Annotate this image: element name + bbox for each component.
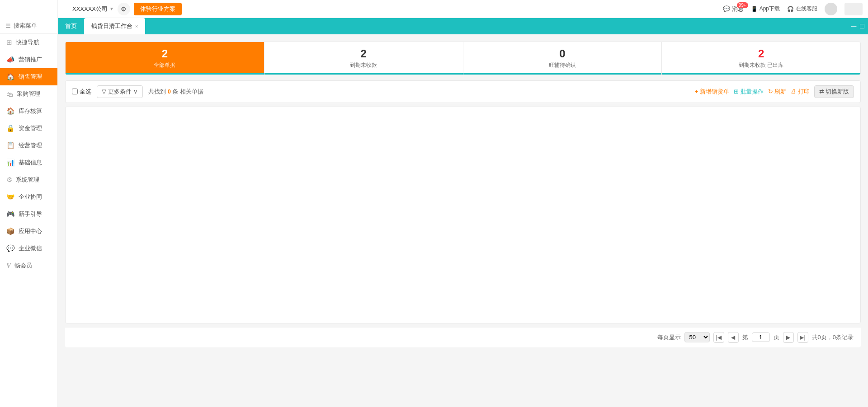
settings-icon[interactable]: ⚙	[118, 3, 130, 15]
page-size-label: 每页显示	[657, 333, 681, 342]
guide-icon: 🎮	[6, 210, 15, 218]
card-shipped[interactable]: 2 到期未收款 已出库	[662, 42, 860, 75]
sidebar-item-member[interactable]: V 畅会员	[0, 257, 57, 274]
sidebar: ☰ 搜索菜单 ⊞ 快捷导航 📣 营销推广 🏠 销售管理 🛍 采购管理 🏠 库存核…	[0, 0, 58, 407]
switch-version-btn[interactable]: ⇄ 切换新版	[814, 85, 854, 98]
main-content: 2 全部单据 2 到期未收款 0 旺辅待确认 2 到期未收款 已出库 全选 ▽ …	[58, 34, 868, 407]
first-page-btn[interactable]: |◀	[713, 332, 724, 343]
message-icon: 💬	[723, 5, 730, 12]
sidebar-item-quick-nav[interactable]: ⊞ 快捷导航	[0, 34, 57, 51]
found-count: 0	[168, 88, 171, 95]
card-pending-num: 0	[472, 47, 653, 61]
sidebar-item-basic[interactable]: 📊 基础信息	[0, 154, 57, 171]
header-right: 💬 消息 99+ 📱 App下载 🎧 在线客服	[723, 3, 863, 15]
online-service[interactable]: 🎧 在线客服	[787, 5, 817, 13]
refresh-btn[interactable]: ↻ 刷新	[768, 88, 786, 96]
list-area	[65, 107, 861, 323]
maximize-icon[interactable]: □	[860, 22, 864, 30]
card-all[interactable]: 2 全部单据	[66, 42, 264, 75]
system-icon: ⚙	[6, 176, 12, 184]
prev-page-btn[interactable]: ◀	[728, 332, 739, 343]
select-all-input[interactable]	[72, 89, 78, 94]
sidebar-item-label: 畅会员	[14, 262, 32, 270]
last-page-btn[interactable]: ▶|	[797, 332, 808, 343]
next-page-btn[interactable]: ▶	[783, 332, 794, 343]
sidebar-item-capital[interactable]: 🔒 资金管理	[0, 120, 57, 137]
batch-btn[interactable]: ⊞ 批量操作	[734, 88, 764, 96]
sidebar-item-guide[interactable]: 🎮 新手引导	[0, 206, 57, 223]
card-pending[interactable]: 0 旺辅待确认	[463, 42, 662, 75]
select-all-checkbox[interactable]: 全选	[72, 88, 91, 96]
sidebar-item-label: 销售管理	[19, 73, 42, 81]
pagination: 每页显示 50 20 100 |◀ ◀ 第 页 ▶ ▶| 共0页，0条记录	[65, 327, 861, 347]
company-name: XXXXXX公司	[72, 5, 108, 13]
print-btn[interactable]: 🖨 打印	[791, 88, 810, 96]
select-all-label: 全选	[80, 88, 91, 96]
sidebar-item-system[interactable]: ⚙ 系统管理	[0, 171, 57, 188]
operations-icon: 📋	[6, 141, 15, 150]
sidebar-search[interactable]: ☰ 搜索菜单	[0, 18, 57, 34]
card-overdue-num: 2	[274, 47, 454, 61]
marketing-icon: 📣	[6, 56, 15, 64]
sidebar-item-label: 快捷导航	[16, 38, 39, 47]
sidebar-item-operations[interactable]: 📋 经营管理	[0, 137, 57, 154]
page-label: 第	[742, 333, 748, 342]
apps-icon: 📦	[6, 227, 15, 235]
user-avatar[interactable]	[825, 3, 837, 15]
summary-cards: 2 全部单据 2 到期未收款 0 旺辅待确认 2 到期未收款 已出库	[65, 42, 861, 75]
sidebar-item-marketing[interactable]: 📣 营销推广	[0, 51, 57, 68]
wechat-icon: 💬	[6, 244, 15, 253]
app-icon: 📱	[751, 6, 758, 12]
sidebar-item-wechat[interactable]: 💬 企业微信	[0, 240, 57, 257]
tab-home[interactable]: 首页	[58, 18, 84, 34]
nav-tabs-bar: 首页 钱货日清工作台 × ─ □	[58, 18, 868, 34]
card-shipped-num: 2	[671, 47, 851, 61]
page-input[interactable]	[752, 332, 770, 342]
filter-icon: ▽	[102, 88, 106, 95]
found-text: 共找到 0 条 相关单据	[148, 88, 203, 96]
app-download[interactable]: 📱 App下载	[751, 5, 780, 13]
chevron-icon: ∨	[133, 88, 138, 95]
trial-btn[interactable]: 体验行业方案	[134, 3, 182, 15]
add-sale-btn[interactable]: + 新增销货单	[695, 88, 729, 96]
print-icon: 🖨	[791, 88, 797, 95]
minimize-icon[interactable]: ─	[851, 22, 856, 30]
sidebar-item-label: 系统管理	[16, 176, 39, 184]
card-shipped-label: 到期未收款 已出库	[671, 61, 851, 69]
quick-nav-icon: ⊞	[6, 38, 12, 47]
purchase-icon: 🛍	[6, 90, 13, 98]
switch-icon: ⇄	[819, 88, 824, 95]
sidebar-item-label: 资金管理	[19, 124, 42, 132]
company-selector[interactable]: XXXXXX公司 ▼	[72, 5, 114, 13]
tab-workbench[interactable]: 钱货日清工作台 ×	[84, 18, 145, 34]
page-size-select[interactable]: 50 20 100	[684, 332, 710, 342]
sidebar-item-label: 经营管理	[19, 141, 42, 150]
sidebar-item-inventory[interactable]: 🏠 库存核算	[0, 103, 57, 120]
batch-icon: ⊞	[734, 88, 739, 95]
sidebar-item-apps[interactable]: 📦 应用中心	[0, 223, 57, 240]
sidebar-item-label: 库存核算	[19, 107, 42, 115]
member-icon: V	[6, 262, 11, 270]
basic-icon: 📊	[6, 159, 15, 167]
user-avatar2[interactable]	[844, 3, 863, 15]
sidebar-item-purchase[interactable]: 🛍 采购管理	[0, 85, 57, 103]
card-overdue[interactable]: 2 到期未收款	[264, 42, 463, 75]
capital-icon: 🔒	[6, 124, 15, 132]
card-all-num: 2	[75, 47, 255, 61]
card-pending-underline	[463, 73, 662, 75]
sidebar-item-label: 基础信息	[19, 159, 42, 167]
close-tab-icon[interactable]: ×	[135, 23, 138, 29]
sidebar-item-enterprise[interactable]: 🤝 企业协同	[0, 188, 57, 206]
sidebar-item-label: 企业协同	[19, 193, 42, 201]
card-all-label: 全部单据	[75, 61, 255, 69]
search-icon: ☰	[5, 23, 11, 29]
filter-btn[interactable]: ▽ 更多条件 ∨	[97, 85, 143, 98]
sidebar-item-sales[interactable]: 🏠 销售管理	[0, 68, 57, 85]
sidebar-item-label: 应用中心	[19, 227, 42, 235]
toolbar: 全选 ▽ 更多条件 ∨ 共找到 0 条 相关单据 + 新增销货单 ⊞ 批量操作 …	[65, 80, 861, 103]
sidebar-item-label: 新手引导	[19, 210, 42, 218]
card-all-underline	[66, 73, 264, 75]
service-icon: 🎧	[787, 6, 794, 12]
toolbar-right: + 新增销货单 ⊞ 批量操作 ↻ 刷新 🖨 打印 ⇄ 切换新版	[695, 85, 854, 98]
message-area[interactable]: 💬 消息 99+	[723, 5, 744, 13]
